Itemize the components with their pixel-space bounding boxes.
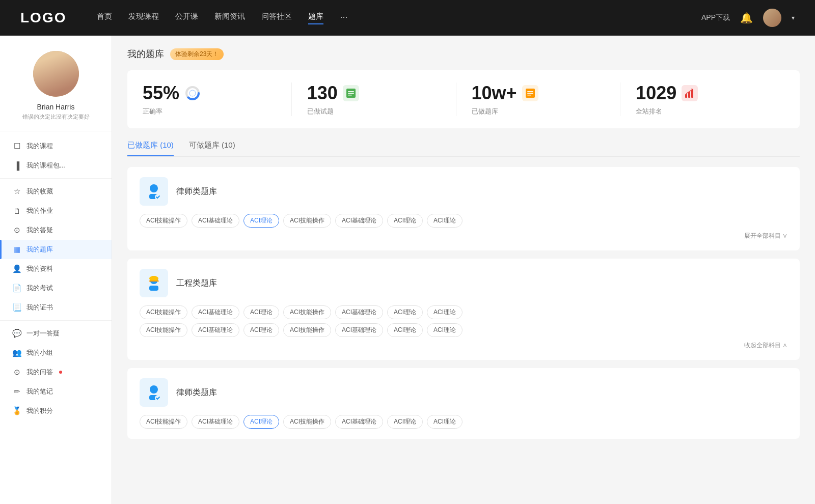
stat-top: 10w+ [472,82,538,104]
sidebar-profile: Brian Harris 错误的决定比没有决定要好 [0,51,112,131]
tag-item[interactable]: ACI理论 [427,323,463,337]
svg-rect-19 [149,286,158,291]
sidebar-item-groups[interactable]: 👥 我的小组 [0,343,112,362]
tabs-row: 已做题库 (10) 可做题库 (10) [127,141,800,157]
stat-done-questions-value: 130 [307,82,338,104]
tag-item[interactable]: ACI技能操作 [283,305,331,319]
tag-item[interactable]: ACI基础理论 [335,214,383,228]
stat-top: 55% [143,82,201,104]
qbank-footer: 收起全部科目 ∧ [140,341,787,350]
nav-more[interactable]: ··· [340,12,347,24]
nav-opencourse[interactable]: 公开课 [175,12,198,24]
tag-item[interactable]: ACI技能操作 [140,305,187,319]
svg-point-23 [150,385,158,394]
sidebar-item-profile[interactable]: 👤 我的资料 [0,259,112,278]
sidebar-item-questions[interactable]: ⊙ 我的答疑 [0,220,112,240]
collapse-button[interactable]: 收起全部科目 ∧ [744,341,787,350]
nav-home[interactable]: 首页 [97,12,112,24]
expand-button[interactable]: 展开全部科目 ∨ [744,232,787,240]
done-questions-icon [343,85,359,101]
tag-item[interactable]: ACI技能操作 [283,323,331,337]
stat-done-questions: 130 已做试题 [292,82,456,116]
tag-item[interactable]: ACI基础理论 [335,415,383,429]
app-download[interactable]: APP下载 [701,13,730,22]
qbank-title: 律师类题库 [176,387,217,398]
sidebar-item-label: 我的问答 [26,368,53,377]
sidebar-item-label: 我的考试 [26,284,53,293]
tag-item-active[interactable]: ACI理论 [243,415,279,429]
tag-item[interactable]: ACI技能操作 [140,214,187,228]
sidebar: Brian Harris 错误的决定比没有决定要好 ☐ 我的课程 ▐ 我的课程包… [0,36,112,504]
tag-item[interactable]: ACI理论 [387,415,423,429]
main-nav: 首页 发现课程 公开课 新闻资讯 问答社区 题库 ··· [97,12,701,24]
sidebar-item-certificate[interactable]: 📃 我的证书 [0,298,112,317]
tag-item[interactable]: ACI理论 [387,214,423,228]
page-title: 我的题库 [127,48,164,60]
sidebar-item-question-bank[interactable]: ▦ 我的题库 [0,240,112,259]
homework-icon: 🗒 [12,207,21,215]
tag-item[interactable]: ACI技能操作 [283,415,331,429]
tag-item[interactable]: ACI基础理论 [192,415,239,429]
notification-bell-icon[interactable]: 🔔 [740,12,753,24]
sidebar-item-notes[interactable]: ✏ 我的笔记 [0,382,112,401]
tag-item[interactable]: ACI基础理论 [192,214,239,228]
user-menu-chevron-icon[interactable]: ▾ [792,14,795,21]
tag-item[interactable]: ACI技能操作 [140,323,187,337]
tag-item[interactable]: ACI基础理论 [335,305,383,319]
tab-done-banks[interactable]: 已做题库 (10) [127,141,174,156]
tag-item[interactable]: ACI理论 [243,305,279,319]
qbank-footer: 展开全部科目 ∨ [140,232,787,240]
sidebar-item-course-package[interactable]: ▐ 我的课程包... [0,156,112,175]
sidebar-item-my-qa[interactable]: ⊙ 我的问答 [0,362,112,382]
stat-done-banks-value: 10w+ [472,82,517,104]
tag-item[interactable]: ACI理论 [387,323,423,337]
points-icon: 🏅 [12,406,21,415]
sidebar-item-homework[interactable]: 🗒 我的作业 [0,201,112,220]
stat-done-banks-label: 已做题库 [472,107,498,116]
svg-rect-5 [348,93,354,94]
star-icon: ☆ [12,187,21,196]
notes-icon: ✏ [12,387,21,396]
tag-item[interactable]: ACI基础理论 [192,323,239,337]
sidebar-item-1on1[interactable]: 💬 一对一答疑 [0,324,112,343]
sidebar-item-label: 我的作业 [26,206,53,215]
stat-rank-value: 1029 [636,82,676,104]
nav-questionbank[interactable]: 题库 [308,12,323,24]
tab-available-banks[interactable]: 可做题库 (10) [189,141,235,156]
tag-item-active[interactable]: ACI理论 [243,214,279,228]
nav-qa[interactable]: 问答社区 [261,12,292,24]
tag-item[interactable]: ACI理论 [243,323,279,337]
tag-item[interactable]: ACI理论 [387,305,423,319]
qbank-card-lawyer: 律师类题库 ACI技能操作 ACI基础理论 ACI理论 ACI技能操作 ACI基… [127,167,800,250]
tag-item[interactable]: ACI基础理论 [335,323,383,337]
sidebar-item-my-courses[interactable]: ☐ 我的课程 [0,136,112,156]
nav-news[interactable]: 新闻资讯 [214,12,245,24]
qa-icon: ⊙ [12,368,21,377]
tag-item[interactable]: ACI理论 [427,214,463,228]
tag-item[interactable]: ACI基础理论 [192,305,239,319]
logo: LOGO [20,10,66,26]
svg-point-15 [150,184,158,192]
svg-rect-6 [348,95,352,96]
svg-rect-8 [527,91,533,92]
tag-item[interactable]: ACI理论 [427,305,463,319]
header: LOGO 首页 发现课程 公开课 新闻资讯 问答社区 题库 ··· APP下载 … [0,0,815,36]
svg-point-2 [189,90,196,96]
chat-icon: 💬 [12,329,21,338]
qbank-header: 律师类题库 [140,378,787,407]
sidebar-item-favorites[interactable]: ☆ 我的收藏 [0,182,112,201]
stat-top: 130 [307,82,359,104]
tag-item[interactable]: ACI理论 [427,415,463,429]
document-icon: ☐ [12,142,21,151]
avatar[interactable] [763,9,781,27]
exam-icon: 📄 [12,284,21,293]
qbank-engineer-icon [140,269,168,297]
tag-item[interactable]: ACI技能操作 [140,415,187,429]
main-content: 我的题库 体验剩余23天！ 55% 正确率 [112,36,815,504]
sidebar-item-exam[interactable]: 📄 我的考试 [0,278,112,298]
nav-discover[interactable]: 发现课程 [128,12,159,24]
avatar [33,51,79,97]
tag-item[interactable]: ACI技能操作 [283,214,331,228]
stats-card: 55% 正确率 130 [127,70,800,128]
sidebar-item-points[interactable]: 🏅 我的积分 [0,401,112,421]
